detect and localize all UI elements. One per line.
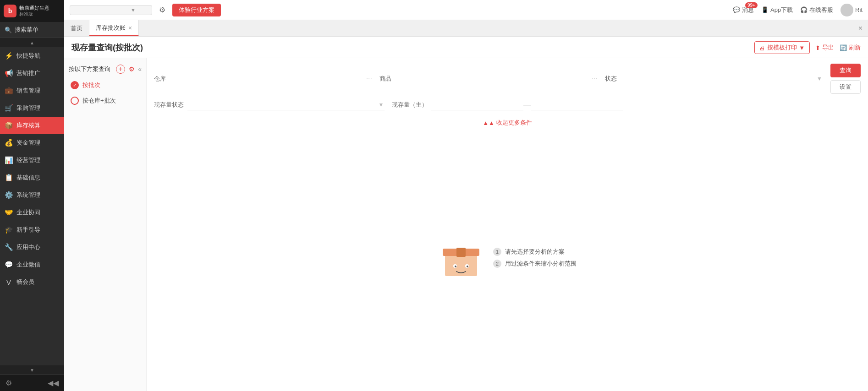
close-all-icon: × [858, 24, 863, 33]
sidebar-item-marketing[interactable]: 📢 营销推广 [0, 65, 64, 82]
tab-home-label: 首页 [71, 24, 82, 33]
tab-home[interactable]: 首页 [64, 20, 89, 36]
plan-settings-btn[interactable]: ⚙ [127, 65, 136, 74]
plan-warehouse-label: 按仓库+批次 [82, 97, 116, 105]
sidebar-label-appcenter: 应用中心 [16, 243, 40, 251]
online-service-btn[interactable]: 🎧 在线客服 [800, 6, 833, 14]
stock-status-label: 现存量状态 [154, 101, 184, 109]
stock-status-select[interactable]: ▼ [187, 100, 385, 110]
sidebar-item-finance[interactable]: 💰 资金管理 [0, 134, 64, 152]
tab-close-icon[interactable]: × [128, 25, 132, 31]
sidebar-label-shortcut: 快捷导航 [16, 52, 40, 60]
sidebar-item-shortcut[interactable]: ⚡ 快捷导航 [0, 47, 64, 65]
app-name: 畅康通好生意 [19, 5, 49, 11]
export-icon: ⬆ [815, 44, 820, 51]
sidebar-icon-marketing: 📢 [5, 69, 13, 77]
collapse-more-btn[interactable]: ▲▲ 收起更多条件 [154, 116, 861, 130]
stock-qty-min[interactable] [431, 99, 523, 110]
sidebar-item-operations[interactable]: 📊 经营管理 [0, 152, 64, 169]
sidebar-item-wechat[interactable]: 💬 企业微信 [0, 256, 64, 273]
panel-collapse-btn[interactable]: « [138, 65, 142, 73]
stock-status-chevron-icon: ▼ [378, 102, 384, 108]
print-btn[interactable]: 🖨 按模板打印 ▼ [754, 41, 810, 54]
stock-qty-max[interactable] [531, 99, 623, 110]
tab-inventory-batch-label: 库存批次账 [96, 24, 126, 32]
sidebar-item-newbie[interactable]: 🎓 新手引导 [0, 221, 64, 239]
sidebar-item-inventory[interactable]: 📦 库存核算 [0, 117, 64, 134]
collapse-icon: « [138, 65, 142, 73]
sidebar-items: ⚡ 快捷导航 📢 营销推广 💼 销售管理 🛒 采购管理 📦 库存核算 💰 资金管… [0, 47, 64, 365]
plan-item-warehouse-batch[interactable]: 按仓库+批次 [64, 93, 146, 109]
app-download-icon: 📱 [761, 6, 769, 13]
plan-warehouse-icon [71, 97, 79, 105]
svg-point-5 [455, 266, 456, 267]
sidebar-label-system: 系统管理 [16, 191, 40, 199]
sidebar-label-basic: 基础信息 [16, 174, 40, 182]
sidebar-scroll-down[interactable]: ▼ [0, 365, 64, 375]
sidebar-item-system[interactable]: ⚙️ 系统管理 [0, 186, 64, 204]
topbar-right: 💬 消息 99+ 📱 App下载 🎧 在线客服 Rit [733, 4, 863, 16]
settings-footer-icon[interactable]: ⚙ [5, 379, 12, 387]
sidebar-label-newbie: 新手引导 [16, 226, 40, 234]
sidebar-label-inventory: 库存核算 [16, 121, 40, 130]
message-icon: 💬 [733, 6, 740, 13]
topbar-gear-icon[interactable]: ⚙ [156, 4, 169, 16]
status-select[interactable]: ▼ [621, 74, 823, 84]
refresh-icon: 🔄 [840, 44, 847, 51]
app-download-btn[interactable]: 📱 App下载 [761, 6, 793, 14]
tab-inventory-batch[interactable]: 库存批次账 × [89, 20, 139, 36]
message-btn[interactable]: 💬 消息 99+ [733, 6, 754, 14]
product-dots[interactable]: ··· [592, 75, 598, 83]
close-all-tabs-btn[interactable]: × [853, 20, 868, 36]
sidebar-scroll-up[interactable]: ▲ [0, 38, 64, 47]
sidebar-item-basic[interactable]: 📋 基础信息 [0, 169, 64, 186]
sidebar-item-enterprise[interactable]: 🤝 企业协同 [0, 204, 64, 221]
status-chevron-icon: ▼ [817, 76, 822, 82]
query-settings-area: 查询 设置 [830, 64, 861, 94]
filter-area: 仓库 ··· 商品 ··· 状态 [154, 64, 861, 130]
stock-qty-filter: 现存量（主） — [392, 99, 622, 110]
sidebar-item-appcenter[interactable]: 🔧 应用中心 [0, 239, 64, 256]
sidebar-item-purchase[interactable]: 🛒 采购管理 [0, 99, 64, 117]
topbar: ▼ ⚙ 体验行业方案 💬 消息 99+ 📱 App下载 🎧 在线客服 Rit [64, 0, 868, 20]
search-menu[interactable]: 🔍 搜索菜单 [0, 22, 64, 38]
warehouse-input[interactable] [170, 73, 364, 84]
topbar-search-input[interactable] [74, 7, 129, 13]
settings-btn[interactable]: 设置 [830, 80, 861, 94]
sidebar-item-sales[interactable]: 💼 销售管理 [0, 82, 64, 99]
tip-num-1: 1 [493, 248, 501, 256]
page: 现存量查询(按批次) 🖨 按模板打印 ▼ ⬆ 导出 🔄 刷新 [64, 37, 868, 391]
page-header-actions: 🖨 按模板打印 ▼ ⬆ 导出 🔄 刷新 [754, 41, 861, 54]
sidebar-footer: ⚙ ◀◀ [0, 375, 64, 391]
filter-row-2: 现存量状态 ▼ 现存量（主） — [154, 99, 861, 110]
tip-num-2: 2 [493, 260, 501, 268]
sidebar-item-member[interactable]: V 畅会员 [0, 273, 64, 291]
sidebar-label-sales: 销售管理 [16, 87, 40, 95]
plan-item-batch[interactable]: ✓ 按批次 [64, 77, 146, 93]
collapse-sidebar-icon[interactable]: ◀◀ [48, 379, 59, 387]
print-chevron-icon: ▼ [799, 44, 805, 51]
warehouse-filter: 仓库 ··· [154, 73, 372, 84]
printer-icon: 🖨 [759, 44, 765, 51]
warehouse-dots[interactable]: ··· [366, 75, 372, 83]
service-label: 在线客服 [809, 6, 833, 14]
refresh-btn[interactable]: 🔄 刷新 [840, 43, 861, 52]
user-area[interactable]: Rit [841, 4, 863, 16]
sidebar-icon-shortcut: ⚡ [5, 52, 13, 60]
qty-separator: — [523, 101, 531, 109]
tip-text-2: 用过滤条件来缩小分析范围 [505, 260, 577, 268]
add-plan-btn[interactable]: + [116, 65, 125, 74]
sidebar-label-marketing: 营销推广 [16, 69, 40, 77]
status-label: 状态 [605, 75, 617, 83]
trial-btn[interactable]: 体验行业方案 [172, 4, 221, 16]
query-btn[interactable]: 查询 [830, 64, 861, 77]
product-input[interactable] [395, 73, 590, 84]
topbar-search-chevron-icon: ▼ [131, 7, 136, 13]
user-name: Rit [855, 6, 863, 13]
export-btn[interactable]: ⬆ 导出 [815, 43, 834, 52]
panel-header-label: 按以下方案查询 [69, 65, 110, 73]
topbar-search-box[interactable]: ▼ [70, 5, 152, 15]
page-title: 现存量查询(按批次) [71, 42, 143, 53]
svg-point-6 [467, 266, 468, 267]
sidebar-label-enterprise: 企业协同 [16, 208, 40, 217]
